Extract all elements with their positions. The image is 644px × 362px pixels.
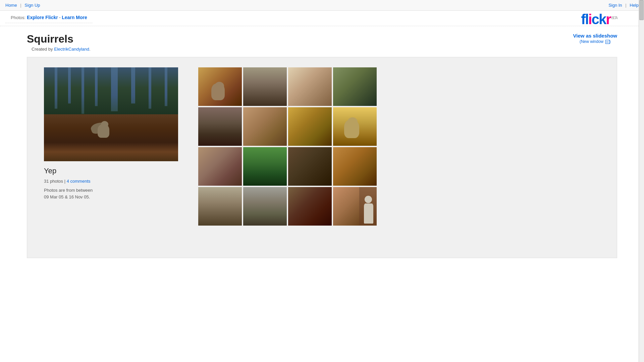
signin-link[interactable]: Sign In [608,3,622,8]
top-nav-left: Home | Sign Up [5,3,40,8]
thumb-img-9 [198,147,242,186]
dates-label: Photos are from between [44,188,93,193]
thumbnail-6[interactable] [243,107,287,146]
page-title: Squirrels [27,33,91,45]
scene-trees [44,67,178,119]
photo-count: 31 photos | [44,179,67,184]
squirrel-scene [44,67,178,161]
thumb-img-10 [243,147,287,186]
photo-title: Yep [44,167,185,175]
right-panel [198,67,610,251]
photos-dot: • [59,16,61,19]
thumbnail-14[interactable] [243,187,287,226]
learn-more-link[interactable]: Learn More [62,15,87,20]
top-navigation: Home | Sign Up Sign In | Help [0,0,644,11]
top-nav-right: Sign In | Help [608,3,639,8]
thumb-img-12 [333,147,377,186]
slideshow-link[interactable]: View as slideshow [573,33,617,39]
squirrel-head [101,121,108,128]
left-panel: Yep 31 photos | 4 comments Photos are fr… [44,67,185,251]
thumbnail-11[interactable] [288,147,332,186]
thumb-img-7 [288,107,332,146]
thumbnail-5[interactable] [198,107,242,146]
thumb-img-13 [198,187,242,226]
slideshow-section: View as slideshow (New window ⊡) [573,33,617,44]
thumb-img-15 [288,187,332,226]
scrollbar-thumb[interactable] [639,0,644,20]
thumbnail-16[interactable] [333,187,377,226]
explore-flickr-link[interactable]: Explore Flickr [27,15,58,20]
title-section: Squirrels Created by ElectrikCandyland. [27,33,91,52]
thumb-img-11 [288,147,332,186]
photos-bar: Photos: Explore Flickr • Learn More [5,13,93,23]
thumbnail-3[interactable] [288,67,332,106]
main-photo[interactable] [44,67,178,161]
photo-dates: Photos are from between 09 Mar 05 & 16 N… [44,187,185,200]
content-area: Yep 31 photos | 4 comments Photos are fr… [27,57,617,258]
dates-value: 09 Mar 05 & 16 Nov 05. [44,194,90,199]
thumb-img-2 [243,67,287,106]
creator-link[interactable]: ElectrikCandyland [54,47,89,52]
nav-separator-2: | [625,3,626,8]
external-link-icon: ⊡ [605,40,609,44]
main-content: Squirrels Created by ElectrikCandyland. … [0,26,644,265]
thumb-img-1 [198,67,242,106]
thumb-img-4 [333,67,377,106]
help-link[interactable]: Help [630,3,639,8]
scrollbar[interactable] [639,0,644,362]
creator-suffix: . [89,47,91,52]
created-by-label: Created by [32,47,53,52]
home-link[interactable]: Home [5,3,17,8]
thumbnail-1[interactable] [198,67,242,106]
nav-separator-1: | [20,3,21,8]
comments-link[interactable]: 4 comments [67,179,91,184]
thumb-img-16 [333,187,377,226]
thumbnail-13[interactable] [198,187,242,226]
thumb-img-3 [288,67,332,106]
flickr-logo: flickrBETA [581,11,617,27]
thumbnail-9[interactable] [198,147,242,186]
page-header: Squirrels Created by ElectrikCandyland. … [27,33,617,52]
thumb-img-5 [198,107,242,146]
thumbnail-2[interactable] [243,67,287,106]
thumbnail-10[interactable] [243,147,287,186]
new-window-link[interactable]: New window [581,39,603,44]
photo-stats: 31 photos | 4 comments [44,179,185,184]
thumbnail-15[interactable] [288,187,332,226]
thumbnail-12[interactable] [333,147,377,186]
thumbnail-8[interactable] [333,107,377,146]
created-by: Created by ElectrikCandyland. [32,47,91,52]
thumb-img-14 [243,187,287,226]
beta-badge: BETA [611,16,617,20]
thumbnail-4[interactable] [333,67,377,106]
thumb-img-6 [243,107,287,146]
scene-squirrel [91,114,118,138]
thumb-img-8 [333,107,377,146]
thumbnail-grid [198,67,610,226]
photo-caption: Yep 31 photos | 4 comments Photos are fr… [44,167,185,200]
thumbnail-7[interactable] [288,107,332,146]
flickr-logo-area: flickrBETA [581,11,617,27]
photos-label: Photos: [11,15,25,20]
new-window-container: (New window ⊡) [573,39,617,44]
signup-link[interactable]: Sign Up [24,3,40,8]
